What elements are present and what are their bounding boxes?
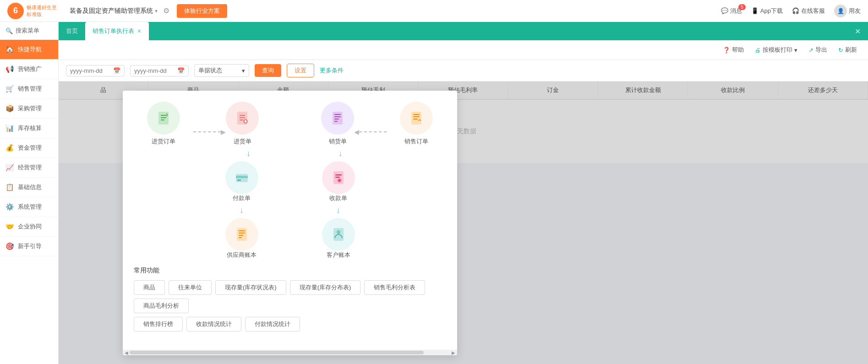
sales-bill-icon <box>321 102 354 135</box>
sidebar-item-inventory[interactable]: 📊 库存核算 <box>0 119 58 138</box>
purchase-bill-icon <box>226 102 259 135</box>
inventory-icon: 📊 <box>5 124 14 132</box>
flow-sales-bill: 销货单 <box>321 102 354 146</box>
customer-account-icon <box>322 218 355 251</box>
message-button[interactable]: 💬 消息 5 <box>721 7 742 15</box>
sidebar-item-operation[interactable]: 📈 经营管理 <box>0 158 58 178</box>
sales-order-icon <box>400 102 433 135</box>
svg-point-12 <box>337 230 340 234</box>
tab-close-all-icon[interactable]: ✕ <box>855 27 861 36</box>
query-button[interactable]: 查询 <box>255 64 281 77</box>
content-area: 首页 销售订单执行表 ✕ ✕ ❓ 帮助 🖨 按模板打印 ▾ <box>59 22 868 364</box>
func-btn-receipt-stats[interactable]: 收款情况统计 <box>186 317 241 331</box>
service-icon: 🎧 <box>792 7 799 14</box>
status-select[interactable]: 单据状态 ▾ <box>194 64 249 77</box>
export-icon: ↗ <box>808 47 813 54</box>
svg-rect-7 <box>237 179 241 181</box>
func-btn-partner[interactable]: 往来单位 <box>169 280 212 295</box>
help-button[interactable]: ❓ 帮助 <box>719 44 748 56</box>
help-icon: ❓ <box>723 47 730 54</box>
svg-rect-10 <box>237 228 247 241</box>
sidebar-item-newbie[interactable]: 🎯 新手引导 <box>0 237 58 256</box>
quick-nav-modal: 进货订单 ▶ <box>123 91 457 355</box>
flow-supplier-account: 供应商账本 <box>212 218 272 259</box>
date-input[interactable]: 📅 <box>66 65 125 76</box>
scrollbar-thumb[interactable] <box>130 351 424 354</box>
payment-icon <box>225 161 258 194</box>
enterprise-icon: 🤝 <box>5 223 14 231</box>
marketing-icon: 📢 <box>5 65 14 73</box>
basic-icon: 📋 <box>5 183 14 191</box>
modal-scrollbar[interactable]: ◀ ▶ <box>123 350 457 355</box>
sidebar-item-finance[interactable]: 💰 资金管理 <box>0 138 58 158</box>
flow-sales-order: 销售订单 <box>387 102 446 146</box>
status-dropdown-icon: ▾ <box>242 67 245 74</box>
logo-text: 畅康通好生意 标准版 <box>27 4 57 17</box>
func-btn-inventory-dist[interactable]: 现存量(库存分布表) <box>290 280 361 295</box>
sidebar-item-basic[interactable]: 📋 基础信息 <box>0 178 58 197</box>
message-badge: 5 <box>738 4 746 10</box>
svg-rect-6 <box>236 176 248 178</box>
tab-bar: 首页 销售订单执行表 ✕ ✕ <box>59 22 868 40</box>
sidebar-item-marketing[interactable]: 📢 营销推广 <box>0 60 58 79</box>
func-btn-payment-stats[interactable]: 付款情况统计 <box>245 317 300 331</box>
func-btn-sales-margin[interactable]: 销售毛利分析表 <box>364 280 425 295</box>
func-btn-product[interactable]: 商品 <box>134 280 165 295</box>
sidebar-item-sales[interactable]: 🛒 销售管理 <box>0 79 58 99</box>
tab-sales-order[interactable]: 销售订单执行表 ✕ <box>85 22 149 40</box>
sidebar-item-quick-nav[interactable]: 🏠 快捷导航 <box>0 40 58 60</box>
refresh-button[interactable]: ↻ 刷新 <box>835 44 861 56</box>
app-download-button[interactable]: 📱 App下载 <box>751 7 783 15</box>
dropdown-icon[interactable]: ▾ <box>155 8 158 14</box>
sales-icon: 🛒 <box>5 85 14 93</box>
func-btn-sales-rank[interactable]: 销售排行榜 <box>134 317 183 331</box>
search-icon: 🔍 <box>5 27 13 34</box>
filter-area: 📅 📅 单据状态 ▾ 查询 设置 更多条件 <box>59 60 868 81</box>
top-right-area: 💬 消息 5 📱 App下载 🎧 在线客服 👤 用友 <box>721 5 861 17</box>
svg-rect-3 <box>333 112 343 125</box>
more-conditions[interactable]: 更多条件 <box>320 66 344 75</box>
supplier-account-icon <box>225 218 258 251</box>
print-icon: 🖨 <box>755 47 761 54</box>
logo-icon: 6 <box>7 3 24 19</box>
flow-receipt: 收款单 <box>309 161 368 202</box>
flow-purchase-order: 进货订单 <box>134 102 193 146</box>
scroll-left-icon[interactable]: ◀ <box>123 350 130 355</box>
online-service-button[interactable]: 🎧 在线客服 <box>792 7 825 15</box>
export-button[interactable]: ↗ 导出 <box>805 44 831 56</box>
flow-purchase-bill: 进货单 <box>226 102 259 146</box>
search-menu[interactable]: 🔍 搜索菜单 <box>0 22 58 40</box>
system-title-area: 装备及固定资产辅助管理系统 ▾ ⚙ <box>66 6 169 15</box>
set-button[interactable]: 设置 <box>287 64 314 77</box>
purchase-order-icon <box>147 102 180 135</box>
sidebar-item-system[interactable]: ⚙️ 系统管理 <box>0 197 58 217</box>
sidebar-item-enterprise[interactable]: 🤝 企业协同 <box>0 217 58 237</box>
tab-close-icon[interactable]: ✕ <box>137 28 142 34</box>
svg-rect-4 <box>411 112 421 125</box>
sidebar: 🔍 搜索菜单 🏠 快捷导航 📢 营销推广 🛒 销售管理 📦 采购管理 📊 <box>0 22 59 364</box>
user-menu[interactable]: 👤 用友 <box>834 5 861 17</box>
newbie-icon: 🎯 <box>5 242 14 250</box>
system-icon: ⚙️ <box>5 203 14 211</box>
finance-icon: 💰 <box>5 144 14 152</box>
logo-area: 6 畅康通好生意 标准版 <box>7 3 66 19</box>
calendar-icon2: 📅 <box>177 67 185 74</box>
tab-home[interactable]: 首页 <box>59 22 85 40</box>
settings-icon[interactable]: ⚙ <box>163 6 169 15</box>
func-btn-inventory-status[interactable]: 现存量(库存状况表) <box>215 280 286 295</box>
sidebar-item-purchase[interactable]: 📦 采购管理 <box>0 99 58 119</box>
scroll-right-icon[interactable]: ▶ <box>450 350 457 355</box>
flow-customer-account: 客户账本 <box>309 218 368 259</box>
toolbar: ❓ 帮助 🖨 按模板打印 ▾ ↗ 导出 ↻ 刷新 <box>59 40 868 60</box>
home-icon: 🏠 <box>5 45 14 54</box>
date-to-input[interactable]: 📅 <box>130 65 189 76</box>
user-avatar: 👤 <box>834 5 847 17</box>
trial-button[interactable]: 体验行业方案 <box>177 4 227 18</box>
print-dropdown-icon: ▾ <box>794 47 797 54</box>
function-buttons-row1: 商品 往来单位 现存量(库存状况表) 现存量(库存分布表) 销售毛利分析表 商品… <box>134 280 446 313</box>
system-title: 装备及固定资产辅助管理系统 <box>70 7 153 15</box>
print-button[interactable]: 🖨 按模板打印 ▾ <box>751 44 801 56</box>
flow-payment: 付款单 <box>212 161 272 202</box>
func-btn-product-margin[interactable]: 商品毛利分析 <box>134 299 189 313</box>
purchase-icon: 📦 <box>5 104 14 113</box>
